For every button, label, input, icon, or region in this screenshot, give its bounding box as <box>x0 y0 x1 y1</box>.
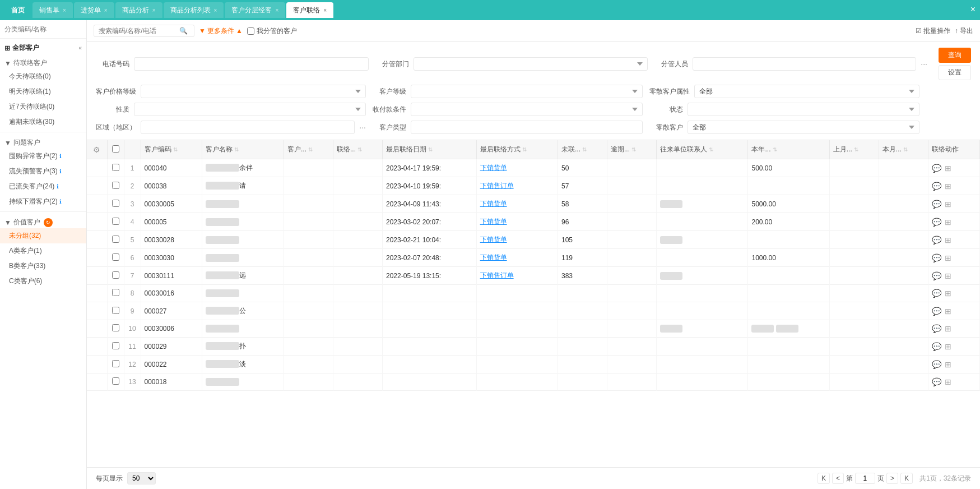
collapse-icon[interactable]: « <box>78 45 82 51</box>
group-problem-customers[interactable]: ▼ 问题客户 <box>0 135 86 149</box>
td-checkbox[interactable] <box>107 159 124 177</box>
th-contact[interactable]: 联络... ⇅ <box>333 140 383 159</box>
grid-action-icon[interactable]: ⊞ <box>945 360 951 369</box>
tab-sales-close[interactable]: × <box>63 7 66 13</box>
chat-icon[interactable]: 💬 <box>932 164 941 173</box>
tab-customer-segment-close[interactable]: × <box>275 7 278 13</box>
group-value-customers[interactable]: ▼ 价值客户 ↻ <box>0 214 86 228</box>
td-checkbox[interactable] <box>107 231 124 249</box>
row-checkbox[interactable] <box>112 307 119 314</box>
grid-action-icon[interactable]: ⊞ <box>945 342 951 351</box>
sidebar-item-class-c[interactable]: C类客户(6) <box>0 274 86 289</box>
contact-method-link[interactable]: 下销货单 <box>480 236 507 243</box>
last-page-button[interactable]: K <box>900 473 913 484</box>
my-customer-checkbox-label[interactable]: 我分管的客户 <box>247 26 297 36</box>
tab-purchase-close[interactable]: × <box>104 7 108 13</box>
chat-icon[interactable]: 💬 <box>932 218 941 227</box>
grid-action-icon[interactable]: ⊞ <box>945 271 951 280</box>
my-customer-checkbox[interactable] <box>247 27 254 35</box>
contact-method-link[interactable]: 下销货单 <box>480 200 507 207</box>
customer-type-input[interactable] <box>411 121 643 134</box>
td-checkbox[interactable] <box>107 302 124 320</box>
region-dots[interactable]: ··· <box>359 123 366 132</box>
page-number-input[interactable] <box>855 473 875 484</box>
all-customers-header[interactable]: ⊞ 全部客户 « <box>0 39 86 55</box>
batch-ops-button[interactable]: ☑ 批量操作 <box>916 26 950 36</box>
export-button[interactable]: ↑ 导出 <box>955 26 973 36</box>
td-checkbox[interactable] <box>107 373 124 391</box>
th-this-year[interactable]: 本年... ⇅ <box>748 140 829 159</box>
chat-icon[interactable]: 💬 <box>932 342 941 351</box>
chat-icon[interactable]: 💬 <box>932 271 941 280</box>
price-level-select[interactable] <box>141 85 366 98</box>
row-checkbox[interactable] <box>112 253 119 261</box>
tab-sales[interactable]: 销售单 × <box>32 2 73 18</box>
td-checkbox[interactable] <box>107 213 124 231</box>
query-button[interactable]: 查询 <box>939 48 971 63</box>
region-input[interactable] <box>141 121 355 134</box>
row-checkbox[interactable] <box>112 182 119 189</box>
nature-select[interactable] <box>134 103 366 116</box>
th-last-contact-date[interactable]: 最后联络日期 ⇅ <box>383 140 477 159</box>
customer-level-select[interactable] <box>411 85 643 98</box>
th-settings[interactable]: ⚙ <box>87 140 107 159</box>
person-input[interactable] <box>693 57 916 71</box>
row-checkbox[interactable] <box>112 360 119 367</box>
th-checkbox[interactable] <box>107 140 124 159</box>
more-filter-button[interactable]: ▼ 更多条件 ▲ <box>199 26 243 36</box>
grid-action-icon[interactable]: ⊞ <box>945 253 951 262</box>
main-search-icon[interactable]: 🔍 <box>179 27 188 35</box>
th-this-month[interactable]: 本月... ⇅ <box>879 140 928 159</box>
sidebar-item-churn-warning[interactable]: 流失预警客户(3) ℹ <box>0 164 86 179</box>
grid-action-icon[interactable]: ⊞ <box>945 289 951 298</box>
grid-action-icon[interactable]: ⊞ <box>945 377 951 386</box>
main-search-input[interactable] <box>99 27 177 35</box>
tab-product-analysis[interactable]: 商品分析 × <box>115 2 162 18</box>
th-last-month[interactable]: 上月... ⇅ <box>829 140 879 159</box>
tab-customer-segment[interactable]: 客户分层经客 × <box>225 2 285 18</box>
sidebar-item-class-a[interactable]: A类客户(1) <box>0 243 86 259</box>
tab-product-analysis-close[interactable]: × <box>152 7 156 13</box>
grid-action-icon[interactable]: ⊞ <box>945 324 951 333</box>
status-select[interactable] <box>688 103 919 116</box>
td-checkbox[interactable] <box>107 320 124 338</box>
settings-icon[interactable]: ⚙ <box>93 145 100 154</box>
row-checkbox[interactable] <box>112 377 119 385</box>
td-checkbox[interactable] <box>107 338 124 356</box>
chat-icon[interactable]: 💬 <box>932 182 941 191</box>
td-checkbox[interactable] <box>107 177 124 195</box>
th-not-contacted[interactable]: 未联... ⇅ <box>558 140 607 159</box>
row-checkbox[interactable] <box>112 164 119 171</box>
window-close-button[interactable]: × <box>970 4 976 15</box>
first-page-button[interactable]: K <box>818 473 830 484</box>
row-checkbox[interactable] <box>112 324 119 331</box>
grid-action-icon[interactable]: ⊞ <box>945 164 951 173</box>
sidebar-item-churned[interactable]: 已流失客户(24) ℹ <box>0 179 86 194</box>
sidebar-item-class-b[interactable]: B类客户(33) <box>0 259 86 274</box>
contact-method-link[interactable]: 下销售订单 <box>480 271 514 279</box>
row-checkbox[interactable] <box>112 289 119 296</box>
chat-icon[interactable]: 💬 <box>932 307 941 316</box>
chat-icon[interactable]: 💬 <box>932 377 941 386</box>
th-overdue[interactable]: 逾期... ⇅ <box>607 140 657 159</box>
dept-select[interactable] <box>414 57 648 71</box>
grid-action-icon[interactable]: ⊞ <box>945 236 951 245</box>
contact-method-link[interactable]: 下销货单 <box>480 218 507 225</box>
person-dots[interactable]: ··· <box>921 59 927 68</box>
next-page-button[interactable]: > <box>886 473 898 484</box>
payment-select[interactable] <box>411 103 643 116</box>
reset-button[interactable]: 设置 <box>939 65 971 80</box>
sidebar-item-overdue[interactable]: 逾期未联络(30) <box>0 114 86 130</box>
select-all-checkbox[interactable] <box>112 145 119 153</box>
th-type[interactable]: 客户... ⇅ <box>284 140 333 159</box>
row-checkbox[interactable] <box>112 218 119 225</box>
sidebar-item-7days[interactable]: 近7天待联络(0) <box>0 99 86 114</box>
sidebar-search-input[interactable] <box>4 25 87 33</box>
contact-method-link[interactable]: 下销售订单 <box>480 182 514 190</box>
group-pending-contact[interactable]: ▼ 待联络客户 <box>0 55 86 69</box>
prev-page-button[interactable]: < <box>832 473 844 484</box>
contact-method-link[interactable]: 下销货单 <box>480 164 507 172</box>
sidebar-item-tomorrow[interactable]: 明天待联络(1) <box>0 84 86 99</box>
retail-attr-select[interactable]: 全部 <box>694 85 919 98</box>
tab-product-analysis-list-close[interactable]: × <box>214 7 217 13</box>
